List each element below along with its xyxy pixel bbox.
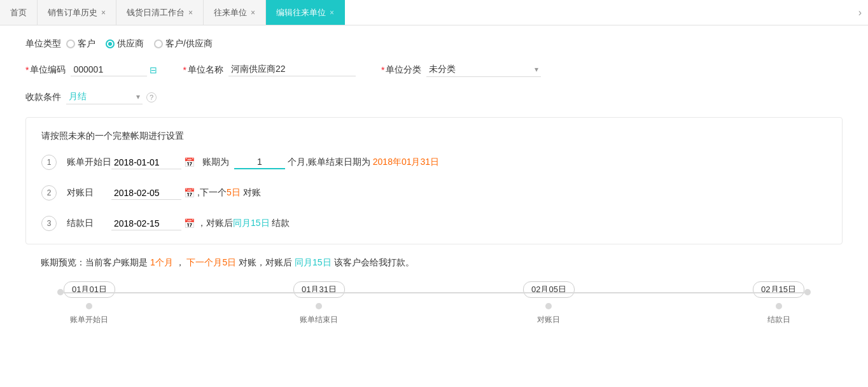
preview-text: 账期预览：当前客户账期是 1个月 ， 下一个月5日 对账，对账后 同月15日 该… bbox=[25, 257, 843, 269]
unit-name-label: 单位名称 bbox=[188, 64, 223, 76]
tab-home[interactable]: 首页 bbox=[0, 0, 38, 25]
payment-terms-row: 收款条件 月结 ▾ ? bbox=[25, 90, 843, 104]
timeline-track-container: 01月01日 账单开始日 01月31日 账单结束日 02月05日 对账 bbox=[64, 281, 804, 325]
start-date-input[interactable] bbox=[111, 156, 181, 169]
radio-customer-supplier-circle bbox=[154, 39, 163, 48]
unit-type-label: 单位类型 bbox=[25, 38, 61, 50]
unit-name-group: * 单位名称 bbox=[183, 63, 355, 76]
main-content: 单位类型 客户 供应商 客户/供应商 * 单位编码 ⊟ * 单位名称 bbox=[0, 25, 868, 387]
timeline-point-1: 01月01日 账单开始日 bbox=[64, 281, 115, 325]
timeline-point-4: 02月15日 结款日 bbox=[753, 281, 804, 325]
radio-supplier-circle bbox=[106, 39, 115, 48]
period-input[interactable] bbox=[234, 155, 285, 169]
start-date-desc-suffix: 个月,账单结束日期为 2018年01月31日 bbox=[288, 157, 439, 168]
preview-part1: 1个月 bbox=[150, 257, 173, 267]
timeline-sublabel-2: 账单结束日 bbox=[300, 314, 338, 325]
payment-date-cal-icon[interactable]: 📅 bbox=[184, 218, 195, 229]
timeline-end-dot bbox=[804, 289, 811, 295]
tab-partner-units-close[interactable]: × bbox=[251, 8, 255, 17]
payment-terms-value: 月结 bbox=[69, 91, 134, 102]
reconcile-date-cal-icon[interactable]: 📅 bbox=[184, 188, 195, 198]
setting-row-2: 2 对账日 📅 ,下一个5日 对账 bbox=[41, 185, 827, 201]
radio-supplier[interactable]: 供应商 bbox=[106, 38, 144, 50]
timeline-dot-2 bbox=[316, 303, 322, 309]
payment-terms-select[interactable]: 月结 ▾ bbox=[66, 90, 143, 104]
timeline-line bbox=[64, 292, 804, 293]
payment-day-highlight: 同月15日 bbox=[233, 218, 270, 228]
unit-code-group: * 单位编码 ⊟ bbox=[25, 63, 157, 76]
reconcile-date-input[interactable] bbox=[111, 186, 181, 200]
timeline-point-3: 02月05日 对账日 bbox=[523, 281, 575, 325]
unit-code-input[interactable] bbox=[71, 63, 147, 76]
payment-desc: ，对账后同月15日 结款 bbox=[197, 218, 290, 229]
end-date-highlight: 2018年01月31日 bbox=[373, 157, 439, 167]
payment-date-input[interactable] bbox=[111, 217, 181, 230]
radio-customer-circle bbox=[66, 39, 75, 48]
row-label-3: 结款日 bbox=[67, 218, 111, 229]
tab-partner-units[interactable]: 往来单位 × bbox=[204, 0, 266, 25]
timeline-start-dot bbox=[57, 289, 64, 295]
row-num-1: 1 bbox=[41, 155, 57, 170]
timeline-badge-4: 02月15日 bbox=[753, 281, 804, 298]
timeline-dot-4 bbox=[776, 303, 782, 309]
tab-cash-workbench-close[interactable]: × bbox=[188, 8, 193, 17]
chevron-down-icon: ▾ bbox=[535, 65, 538, 74]
section-title: 请按照未来的一个完整帐期进行设置 bbox=[41, 130, 827, 142]
radio-customer-supplier[interactable]: 客户/供应商 bbox=[154, 38, 213, 50]
start-date-desc-prefix: 账期为 bbox=[202, 157, 229, 168]
row-label-1: 账单开始日 bbox=[67, 157, 111, 168]
timeline-sublabel-4: 结款日 bbox=[767, 314, 790, 325]
setting-row-3: 3 结款日 📅 ，对账后同月15日 结款 bbox=[41, 216, 827, 231]
reconcile-day-highlight: 5日 bbox=[227, 187, 241, 197]
reconcile-desc: ,下一个5日 对账 bbox=[197, 187, 261, 199]
tab-edit-partner[interactable]: 编辑往来单位 × bbox=[266, 0, 345, 25]
timeline-badge-2: 01月31日 bbox=[293, 281, 345, 298]
unit-code-copy-icon[interactable]: ⊟ bbox=[150, 65, 157, 75]
tab-sales-history-close[interactable]: × bbox=[101, 8, 106, 17]
timeline-point-2: 01月31日 账单结束日 bbox=[293, 281, 345, 325]
help-icon[interactable]: ? bbox=[146, 92, 157, 102]
unit-category-label: 单位分类 bbox=[386, 64, 421, 76]
tab-cash-workbench[interactable]: 钱货日清工作台 × bbox=[116, 0, 204, 25]
unit-name-input[interactable] bbox=[228, 63, 356, 76]
timeline-section: 01月01日 账单开始日 01月31日 账单结束日 02月05日 对账 bbox=[25, 281, 843, 325]
timeline-badge-1: 01月01日 bbox=[64, 281, 115, 298]
payment-terms-label: 收款条件 bbox=[25, 92, 61, 103]
tab-edit-partner-close[interactable]: × bbox=[330, 8, 334, 17]
settings-section: 请按照未来的一个完整帐期进行设置 1 账单开始日 📅 账期为 个月,账单结束日期… bbox=[25, 117, 843, 244]
tab-sales-history[interactable]: 销售订单历史 × bbox=[38, 0, 116, 25]
unit-code-label: 单位编码 bbox=[30, 64, 66, 76]
timeline-dot-3 bbox=[545, 303, 552, 309]
setting-row-1: 1 账单开始日 📅 账期为 个月,账单结束日期为 2018年01月31日 bbox=[41, 155, 827, 170]
unit-type-radio-group: 客户 供应商 客户/供应商 bbox=[66, 38, 213, 50]
radio-customer[interactable]: 客户 bbox=[66, 38, 95, 50]
row-num-2: 2 bbox=[41, 185, 57, 201]
row-label-2: 对账日 bbox=[67, 187, 111, 199]
timeline-sublabel-1: 账单开始日 bbox=[70, 314, 108, 325]
payment-terms-chevron-icon: ▾ bbox=[136, 92, 140, 101]
preview-part2: 下一个月5日 bbox=[186, 257, 236, 267]
timeline-dot-1 bbox=[86, 303, 92, 309]
unit-type-row: 单位类型 客户 供应商 客户/供应商 bbox=[25, 38, 843, 50]
unit-category-value: 未分类 bbox=[429, 64, 532, 75]
row-num-3: 3 bbox=[41, 216, 57, 231]
tabs-bar: 首页 销售订单历史 × 钱货日清工作台 × 往来单位 × 编辑往来单位 × › bbox=[0, 0, 868, 25]
preview-part3: 同月15日 bbox=[295, 257, 332, 267]
unit-category-group: * 单位分类 未分类 ▾ bbox=[381, 62, 541, 77]
timeline-sublabel-3: 对账日 bbox=[537, 314, 560, 325]
timeline-badge-3: 02月05日 bbox=[523, 281, 575, 298]
start-date-cal-icon[interactable]: 📅 bbox=[184, 157, 195, 167]
tab-arrow-right[interactable]: › bbox=[852, 7, 868, 18]
unit-fields-row: * 单位编码 ⊟ * 单位名称 * 单位分类 未分类 ▾ bbox=[25, 62, 843, 77]
unit-category-select[interactable]: 未分类 ▾ bbox=[426, 62, 541, 77]
timeline-points: 01月01日 账单开始日 01月31日 账单结束日 02月05日 对账 bbox=[64, 281, 804, 325]
